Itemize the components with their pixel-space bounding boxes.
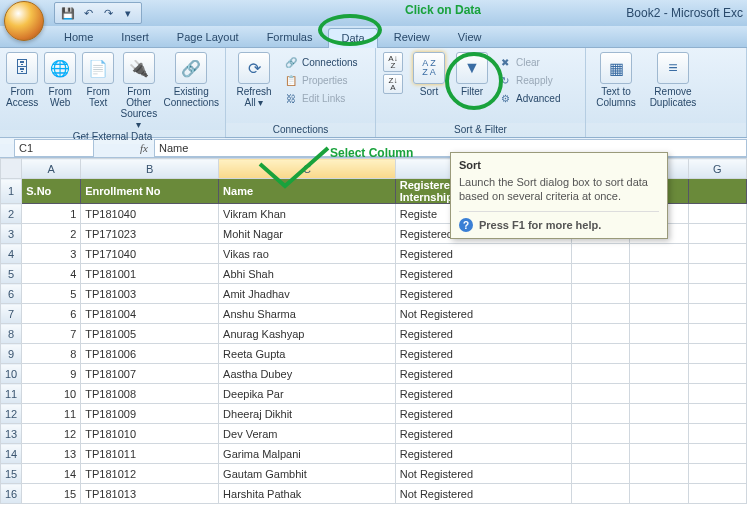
cell[interactable] xyxy=(572,324,630,344)
row-header[interactable]: 8 xyxy=(1,324,22,344)
connections-button[interactable]: 🔗Connections xyxy=(282,54,360,70)
cell[interactable] xyxy=(630,324,688,344)
cell[interactable] xyxy=(688,424,746,444)
cell[interactable]: Registered xyxy=(395,404,571,424)
row-header[interactable]: 12 xyxy=(1,404,22,424)
cell[interactable]: TP181006 xyxy=(81,344,219,364)
row-header[interactable]: 6 xyxy=(1,284,22,304)
row-header[interactable]: 10 xyxy=(1,364,22,384)
cell[interactable] xyxy=(688,484,746,504)
cell[interactable]: Registered xyxy=(395,384,571,404)
column-header[interactable]: A xyxy=(22,159,81,179)
cell[interactable]: 14 xyxy=(22,464,81,484)
cell[interactable] xyxy=(688,304,746,324)
column-header[interactable]: B xyxy=(81,159,219,179)
cell[interactable] xyxy=(630,344,688,364)
row-header[interactable]: 4 xyxy=(1,244,22,264)
from-web-button[interactable]: 🌐FromWeb xyxy=(44,52,76,108)
cell[interactable] xyxy=(630,244,688,264)
cell[interactable]: Registered xyxy=(395,244,571,264)
cell[interactable]: 6 xyxy=(22,304,81,324)
from-access-button[interactable]: 🗄FromAccess xyxy=(6,52,38,108)
cell[interactable] xyxy=(688,364,746,384)
cell[interactable]: Registered xyxy=(395,264,571,284)
cell[interactable]: Not Registered xyxy=(395,464,571,484)
cell[interactable]: 11 xyxy=(22,404,81,424)
redo-icon[interactable]: ↷ xyxy=(101,6,115,20)
cell[interactable]: Registered xyxy=(395,364,571,384)
row-header[interactable]: 15 xyxy=(1,464,22,484)
cell[interactable]: 10 xyxy=(22,384,81,404)
text-to-columns-button[interactable]: ▦Text toColumns xyxy=(592,52,640,108)
cell[interactable] xyxy=(688,344,746,364)
cell[interactable]: Registered xyxy=(395,424,571,444)
row-header[interactable]: 11 xyxy=(1,384,22,404)
tab-view[interactable]: View xyxy=(446,28,494,47)
cell[interactable] xyxy=(630,484,688,504)
cell[interactable]: 3 xyxy=(22,244,81,264)
cell[interactable]: TP181001 xyxy=(81,264,219,284)
cell[interactable]: 13 xyxy=(22,444,81,464)
qat-customize-icon[interactable]: ▾ xyxy=(121,6,135,20)
cell[interactable]: Vikram Khan xyxy=(219,204,396,224)
cell[interactable]: 9 xyxy=(22,364,81,384)
cell[interactable]: TP181005 xyxy=(81,324,219,344)
cell[interactable] xyxy=(630,284,688,304)
cell[interactable]: Anshu Sharma xyxy=(219,304,396,324)
column-header[interactable]: G xyxy=(688,159,746,179)
tab-home[interactable]: Home xyxy=(52,28,105,47)
cell[interactable] xyxy=(688,464,746,484)
cell[interactable]: Vikas rao xyxy=(219,244,396,264)
select-all-cell[interactable] xyxy=(1,159,22,179)
cell[interactable] xyxy=(630,384,688,404)
cell[interactable] xyxy=(572,304,630,324)
cell[interactable] xyxy=(688,404,746,424)
row-header[interactable]: 7 xyxy=(1,304,22,324)
tab-insert[interactable]: Insert xyxy=(109,28,161,47)
cell[interactable]: Registered xyxy=(395,444,571,464)
cell[interactable]: TP171023 xyxy=(81,224,219,244)
cell[interactable]: Anurag Kashyap xyxy=(219,324,396,344)
cell[interactable]: Dev Veram xyxy=(219,424,396,444)
cell[interactable] xyxy=(572,384,630,404)
cell[interactable] xyxy=(572,364,630,384)
cell[interactable]: 5 xyxy=(22,284,81,304)
cell[interactable] xyxy=(572,404,630,424)
cell[interactable]: TP181003 xyxy=(81,284,219,304)
cell[interactable] xyxy=(688,284,746,304)
sort-az-button[interactable]: A↓Z xyxy=(383,52,403,72)
from-text-button[interactable]: 📄FromText xyxy=(82,52,114,108)
cell[interactable] xyxy=(572,284,630,304)
header-cell[interactable]: Enrollment No xyxy=(81,179,219,204)
name-box[interactable]: C1 xyxy=(14,139,94,157)
cell[interactable]: 15 xyxy=(22,484,81,504)
cell[interactable] xyxy=(688,444,746,464)
row-header[interactable]: 16 xyxy=(1,484,22,504)
cell[interactable]: Abhi Shah xyxy=(219,264,396,284)
column-header[interactable]: C xyxy=(219,159,396,179)
header-cell[interactable]: Name xyxy=(219,179,396,204)
cell[interactable] xyxy=(572,444,630,464)
remove-duplicates-button[interactable]: ≡RemoveDuplicates xyxy=(646,52,700,108)
cell[interactable]: TP181007 xyxy=(81,364,219,384)
row-header[interactable]: 1 xyxy=(1,179,22,204)
cell[interactable]: 8 xyxy=(22,344,81,364)
cell[interactable] xyxy=(688,264,746,284)
cell[interactable]: TP181004 xyxy=(81,304,219,324)
from-other-sources-button[interactable]: 🔌From OtherSources ▾ xyxy=(120,52,157,130)
row-header[interactable]: 13 xyxy=(1,424,22,444)
cell[interactable] xyxy=(630,404,688,424)
cell[interactable] xyxy=(688,204,746,224)
cell[interactable] xyxy=(688,324,746,344)
cell[interactable] xyxy=(630,424,688,444)
cell[interactable]: Not Registered xyxy=(395,304,571,324)
cell[interactable]: TP181012 xyxy=(81,464,219,484)
cell[interactable]: 2 xyxy=(22,224,81,244)
cell[interactable] xyxy=(572,464,630,484)
cell[interactable]: TP181009 xyxy=(81,404,219,424)
cell[interactable]: Registered xyxy=(395,284,571,304)
cell[interactable]: Not Registered xyxy=(395,484,571,504)
cell[interactable]: Amit Jhadhav xyxy=(219,284,396,304)
cell[interactable]: 1 xyxy=(22,204,81,224)
cell[interactable] xyxy=(688,244,746,264)
